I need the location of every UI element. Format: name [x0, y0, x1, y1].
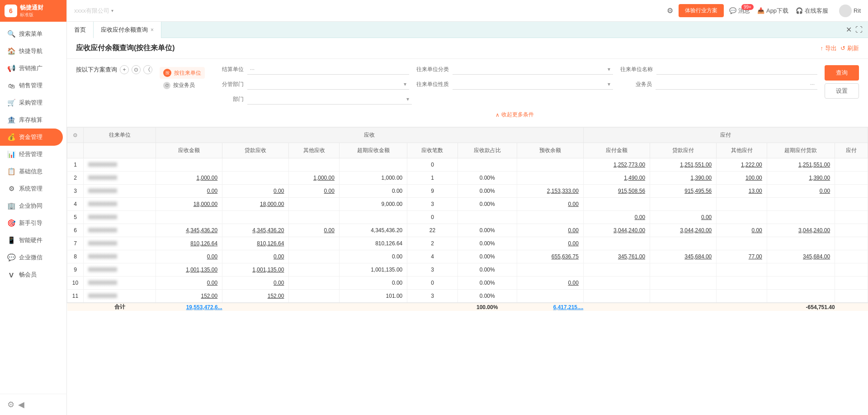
row-prepaid-balance[interactable]: 0.00 [517, 224, 583, 237]
sidebar-item-inventory[interactable]: 🏦 库存核算 [0, 111, 66, 129]
row-prepaid-balance[interactable]: 0.00 [517, 237, 583, 250]
footer-receivable-amount[interactable]: 19,553,472,6... [156, 303, 222, 311]
sidebar-collapse-btn[interactable]: ◀ [18, 400, 24, 410]
row-loan-receivable[interactable]: 0.00 [222, 185, 289, 198]
row-other-receivable[interactable]: 1,000.00 [289, 172, 340, 185]
row-loan-payable[interactable]: 3,044,240.00 [650, 224, 717, 237]
row-loan-payable[interactable] [650, 277, 717, 290]
row-overdue-payable[interactable]: 345,684.00 [767, 250, 835, 263]
messages-btn[interactable]: 💬 消息 99+ [729, 7, 750, 15]
row-overdue-payable[interactable] [767, 290, 835, 303]
row-payable-amount[interactable] [583, 277, 650, 290]
sidebar-item-basic[interactable]: 📋 基础信息 [0, 163, 66, 180]
row-loan-receivable[interactable]: 1,001,135.00 [222, 263, 289, 277]
tab-close-all-icon[interactable]: ✕ [846, 25, 852, 34]
row-other-payable[interactable] [717, 237, 767, 250]
row-other-payable[interactable] [717, 211, 767, 224]
table-settings-icon[interactable]: ⚙ [73, 132, 78, 138]
row-payable-amount[interactable] [583, 290, 650, 303]
row-payable-amount[interactable] [583, 237, 650, 250]
sidebar-item-hardware[interactable]: 📱 智能硬件 [0, 232, 66, 249]
row-prepaid-balance[interactable] [517, 263, 583, 277]
row-loan-payable[interactable]: 1,251,551.00 [650, 158, 717, 172]
online-service-btn[interactable]: 🎧 在线客服 [796, 7, 828, 15]
row-other-receivable[interactable] [289, 277, 340, 290]
sidebar-item-marketing[interactable]: 📢 营销推广 [0, 60, 66, 77]
row-other-payable[interactable]: 100.00 [717, 172, 767, 185]
row-receivable-amount[interactable]: 152.00 [156, 290, 222, 303]
tab-receivable[interactable]: 应收应付余额查询 × [94, 22, 161, 38]
row-payable-amount[interactable]: 3,044,240.00 [583, 224, 650, 237]
department-select[interactable]: ▾ [247, 94, 412, 105]
sidebar-item-wechat[interactable]: 💬 企业微信 [0, 249, 66, 266]
unit-name-input[interactable] [656, 64, 817, 75]
sidebar-item-enterprise[interactable]: 🏢 企业协同 [0, 197, 66, 215]
row-other-receivable[interactable]: 0.00 [289, 224, 340, 237]
set-button[interactable]: 设置 [825, 83, 859, 99]
refresh-button[interactable]: ↺ 刷新 [840, 44, 859, 52]
row-loan-payable[interactable] [650, 237, 717, 250]
row-other-payable[interactable] [717, 263, 767, 277]
row-other-payable[interactable] [717, 277, 767, 290]
row-loan-payable[interactable] [650, 198, 717, 211]
row-payable-amount[interactable]: 345,761.00 [583, 250, 650, 263]
row-receivable-amount[interactable]: 0.00 [156, 185, 222, 198]
scheme-by-staff[interactable]: ⏱ 按业务员 [160, 80, 205, 91]
row-loan-payable[interactable] [650, 290, 717, 303]
row-receivable-amount[interactable]: 1,001,135.00 [156, 263, 222, 277]
row-receivable-amount[interactable]: 4,345,436.20 [156, 224, 222, 237]
filter-collapse-btn[interactable]: 《 [143, 65, 152, 74]
row-receivable-amount[interactable]: 0.00 [156, 250, 222, 263]
row-receivable-amount[interactable]: 810,126.64 [156, 237, 222, 250]
row-prepaid-balance[interactable]: 655,636.75 [517, 250, 583, 263]
sidebar-item-purchase[interactable]: 🛒 采购管理 [0, 94, 66, 111]
row-loan-payable[interactable]: 345,684.00 [650, 250, 717, 263]
row-other-receivable[interactable] [289, 198, 340, 211]
footer-prepaid-balance[interactable]: 6,417,215.... [517, 303, 583, 311]
row-loan-payable[interactable] [650, 263, 717, 277]
row-loan-receivable[interactable]: 4,345,436.20 [222, 224, 289, 237]
row-other-receivable[interactable] [289, 290, 340, 303]
row-loan-receivable[interactable]: 0.00 [222, 250, 289, 263]
row-payable-amount[interactable]: 1,490.00 [583, 172, 650, 185]
app-download-btn[interactable]: 📥 App下载 [757, 7, 788, 15]
dept-select[interactable]: ▾ [247, 79, 409, 90]
row-overdue-payable[interactable] [767, 198, 835, 211]
row-other-receivable[interactable] [289, 237, 340, 250]
row-other-receivable[interactable] [289, 158, 340, 172]
row-loan-payable[interactable]: 915,495.56 [650, 185, 717, 198]
filter-collapse-toggle[interactable]: ∧ 收起更多条件 [212, 108, 817, 121]
query-button[interactable]: 查询 [825, 65, 859, 81]
user-profile[interactable]: Rit [835, 5, 861, 17]
scheme-by-unit[interactable]: 按 按往来单位 [160, 67, 205, 79]
row-payable-amount[interactable] [583, 198, 650, 211]
row-overdue-payable[interactable] [767, 263, 835, 277]
sidebar-item-sales[interactable]: 🛍 销售管理 [0, 77, 66, 94]
row-overdue-payable[interactable]: 3,044,240.00 [767, 224, 835, 237]
sidebar-item-search[interactable]: 🔍 搜索菜单 [0, 25, 66, 43]
row-payable-amount[interactable]: 1,252,773.00 [583, 158, 650, 172]
tab-home[interactable]: 首页 [67, 22, 94, 38]
row-overdue-payable[interactable]: 1,251,551.00 [767, 158, 835, 172]
sidebar-item-quicknav[interactable]: 🏠 快捷导航 [0, 43, 66, 60]
row-loan-receivable[interactable] [222, 158, 289, 172]
row-loan-receivable[interactable]: 810,126.64 [222, 237, 289, 250]
sidebar-item-operations[interactable]: 📊 经营管理 [0, 146, 66, 163]
row-receivable-amount[interactable]: 18,000.00 [156, 198, 222, 211]
row-receivable-amount[interactable] [156, 158, 222, 172]
row-other-receivable[interactable] [289, 250, 340, 263]
row-loan-receivable[interactable]: 18,000.00 [222, 198, 289, 211]
row-receivable-amount[interactable]: 1,000.00 [156, 172, 222, 185]
sidebar-item-vip[interactable]: V 畅会员 [0, 266, 66, 283]
row-loan-receivable[interactable]: 0.00 [222, 277, 289, 290]
unit-category-select[interactable]: ▾ [453, 64, 613, 75]
row-other-payable[interactable] [717, 198, 767, 211]
unit-nature-select[interactable]: ▾ [453, 79, 613, 90]
row-receivable-amount[interactable]: 0.00 [156, 277, 222, 290]
settlement-unit-input[interactable]: ··· [247, 64, 409, 75]
row-prepaid-balance[interactable] [517, 211, 583, 224]
row-overdue-payable[interactable] [767, 277, 835, 290]
row-other-receivable[interactable]: 0.00 [289, 185, 340, 198]
sidebar-item-finance[interactable]: 💰 资金管理 [0, 129, 63, 146]
row-loan-payable[interactable]: 0.00 [650, 211, 717, 224]
